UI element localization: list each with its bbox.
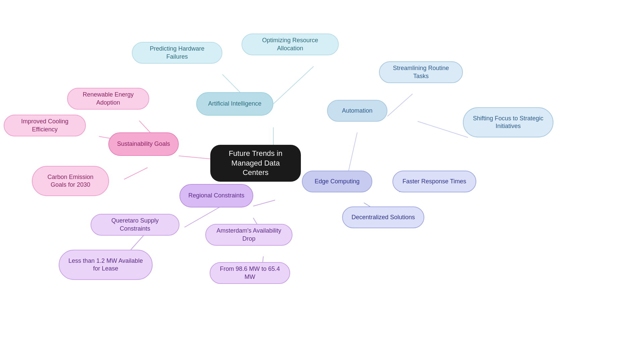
predicting-hardware-node: Predicting Hardware Failures (132, 42, 222, 64)
center-node: Future Trends in Managed Data Centers (210, 145, 301, 182)
decentralized-node: Decentralized Solutions (342, 206, 424, 228)
improved-cooling-node: Improved Cooling Efficiency (4, 115, 86, 136)
sustainability-node: Sustainability Goals (108, 132, 179, 156)
edge-computing-node: Edge Computing (302, 171, 372, 192)
svg-line-4 (387, 94, 413, 116)
svg-line-2 (273, 66, 314, 104)
svg-line-5 (418, 121, 468, 137)
svg-line-10 (253, 200, 275, 206)
automation-node: Automation (327, 100, 387, 122)
carbon-emission-node: Carbon Emission Goals for 2030 (32, 166, 109, 196)
svg-line-9 (124, 168, 148, 179)
shifting-focus-node: Shifting Focus to Strategic Initiatives (463, 107, 553, 137)
faster-response-node: Faster Response Times (392, 171, 476, 192)
streamlining-node: Streamlining Routine Tasks (379, 61, 463, 83)
amsterdam-node: Amsterdam's Availability Drop (205, 224, 292, 246)
regional-constraints-node: Regional Constraints (179, 184, 253, 207)
queretaro-node: Queretaro Supply Constraints (91, 214, 179, 236)
ai-node: Artificial Intelligence (196, 92, 273, 116)
optimizing-resource-node: Optimizing Resource Allocation (241, 34, 339, 55)
less-than-mw-node: Less than 1.2 MW Available for Lease (59, 250, 153, 280)
renewable-energy-node: Renewable Energy Adoption (67, 88, 149, 110)
from-98mw-node: From 98.6 MW to 65.4 MW (210, 262, 290, 284)
